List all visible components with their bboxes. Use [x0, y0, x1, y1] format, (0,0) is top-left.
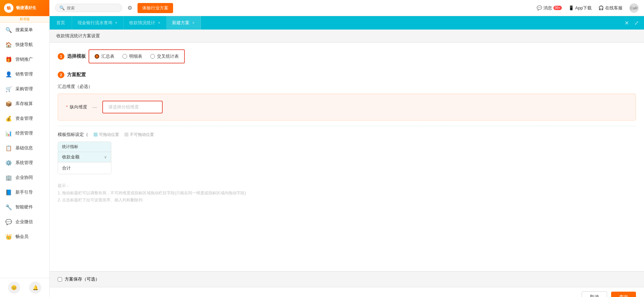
avatar-text: CaR — [630, 6, 638, 10]
search-box[interactable]: 🔍 — [55, 4, 122, 12]
sidebar-item-sales[interactable]: 👤 销售管理 — [0, 67, 49, 82]
tab-expand-button[interactable]: ⤢ — [633, 18, 640, 28]
sidebar-item-marketing[interactable]: 🎁 营销推广 — [0, 52, 49, 67]
search-menu-icon: 🔍 — [5, 27, 12, 33]
template-option-detail[interactable]: 明细表 — [122, 53, 142, 59]
legend-draggable: 可拖动位置 — [94, 132, 119, 138]
sidebar-item-system[interactable]: ⚙️ 系统管理 — [0, 155, 49, 170]
draggable-label: 可拖动位置 — [99, 132, 119, 138]
tab-new-plan-close[interactable]: × — [192, 20, 195, 26]
tab-bank-flow[interactable]: 现金银行流水查询 × — [72, 16, 124, 30]
save-option-checkbox[interactable] — [58, 277, 62, 282]
headset-icon: 🎧 — [598, 5, 604, 10]
section-divider — [58, 126, 636, 126]
dimension-section-title: 汇总维度（必选） — [58, 84, 636, 90]
stats-header-label: 统计指标 — [62, 144, 78, 149]
settings-icon[interactable]: ⚙ — [127, 5, 132, 11]
sidebar-item-base-info[interactable]: 📋 基础信息 — [0, 141, 49, 155]
page-body: 1 选择模板 汇总表 明细表 交叉统计表 — [50, 43, 644, 271]
crown-icon: 👑 — [5, 234, 12, 240]
sidebar-item-operations[interactable]: 📊 经营管理 — [0, 126, 49, 141]
sidebar-item-search-menu[interactable]: 🔍 搜索菜单 — [0, 22, 49, 37]
tab-close-all-button[interactable]: ✕ — [623, 18, 630, 28]
step2-section: 2 方案配置 汇总维度（必选） * 纵向维度 — 请选择分 — [58, 71, 636, 204]
gift-icon: 🎁 — [5, 56, 12, 63]
sidebar-item-quick-nav[interactable]: 🏠 快捷导航 — [0, 37, 49, 52]
tab-collection-stats-close[interactable]: × — [157, 20, 161, 26]
topbar-right: 💬 消息 99+ 📱 App下载 🎧 在线客服 CaR — [537, 3, 639, 13]
step1-badge: 1 — [58, 53, 64, 60]
sidebar: 畅 畅捷通好生 标准版 🔍 搜索菜单 🏠 快捷导航 🎁 营销推广 👤 销售管理 … — [0, 0, 50, 297]
dimension-row: * 纵向维度 — 请选择分组维度 — [66, 101, 628, 113]
content-area: 收款情况统计方案设置 1 选择模板 汇总表 明细表 — [50, 30, 644, 297]
tab-new-plan[interactable]: 新建方案 × — [167, 16, 201, 30]
stats-row-amount-arrow[interactable]: ∨ — [104, 155, 107, 159]
tip1-text: 1. 拖动标题栏可以调整布局，不可跨维度或指标区域拖动栏目字段(只能在同一维度或… — [58, 190, 636, 197]
online-service-button[interactable]: 🎧 在线客服 — [598, 5, 623, 11]
tab-bank-flow-close[interactable]: × — [114, 20, 118, 26]
sidebar-bottom-btn1[interactable]: 😊 — [8, 282, 20, 294]
sidebar-item-label: 快捷导航 — [15, 42, 33, 48]
query-button[interactable]: 查询 — [611, 292, 636, 297]
stats-area: 统计指标 收款金额 ∨ 合计 — [58, 142, 111, 174]
tab-home[interactable]: 首页 — [50, 16, 72, 30]
download-icon: 📱 — [569, 5, 574, 10]
search-input[interactable] — [67, 6, 110, 10]
user-avatar[interactable]: CaR — [629, 3, 639, 13]
sidebar-item-smart-hardware[interactable]: 🔧 智能硬件 — [0, 200, 49, 214]
sidebar-item-label: 企业微信 — [15, 219, 33, 225]
sidebar-item-inventory[interactable]: 📦 库存核算 — [0, 96, 49, 111]
cancel-button[interactable]: 取消 — [582, 291, 607, 297]
sidebar-item-enterprise-wechat[interactable]: 💬 企业微信 — [0, 214, 49, 229]
sidebar-item-beginner-guide[interactable]: 📘 新手引导 — [0, 185, 49, 200]
app-download-button[interactable]: 📱 App下载 — [569, 5, 592, 11]
vertical-label-text: 纵向维度 — [70, 104, 87, 109]
dimension-arrow: — — [93, 105, 97, 110]
sidebar-item-label: 系统管理 — [15, 160, 33, 166]
template-radio-summary[interactable] — [95, 54, 99, 59]
sidebar-item-label: 采购管理 — [15, 86, 33, 92]
tips-title: 提示： — [58, 183, 70, 188]
bottom-actions: 取消 查询 — [50, 287, 644, 297]
template-summary-label: 汇总表 — [101, 53, 114, 59]
template-option-summary[interactable]: 汇总表 — [95, 53, 114, 59]
sidebar-item-label: 销售管理 — [15, 71, 33, 77]
stats-cell-total-label: 合计 — [62, 165, 71, 170]
chart-icon: 📊 — [5, 130, 12, 137]
sidebar-item-label: 企业协同 — [15, 175, 33, 181]
sidebar-item-label: 营销推广 — [15, 56, 33, 62]
logo-main-text: 畅捷通好生 — [16, 5, 36, 11]
app-download-label: App下载 — [575, 5, 592, 11]
sidebar-item-finance[interactable]: 💰 资金管理 — [0, 111, 49, 126]
stats-row-amount[interactable]: 收款金额 ∨ — [58, 152, 111, 162]
message-button[interactable]: 💬 消息 99+ — [537, 5, 562, 11]
gear-icon: ⚙️ — [5, 160, 12, 166]
indicator-legend: 可拖动位置 不可拖动位置 — [94, 132, 154, 138]
edition-badge: 标准版 — [0, 16, 49, 22]
sidebar-item-enterprise-collab[interactable]: 🏢 企业协同 — [0, 170, 49, 185]
building-icon: 🏢 — [5, 175, 12, 181]
step1-title: 选择模板 — [67, 53, 86, 59]
sidebar-item-member[interactable]: 👑 畅会员 — [0, 229, 49, 244]
save-option-label: 方案保存（可选） — [65, 276, 100, 282]
sidebar-item-purchase[interactable]: 🛒 采购管理 — [0, 82, 49, 96]
dimension-select-box[interactable]: 请选择分组维度 — [102, 101, 163, 113]
legend-fixed: 不可拖动位置 — [124, 132, 154, 138]
page-header: 收款情况统计方案设置 — [50, 30, 644, 43]
book-icon: 📘 — [5, 189, 12, 196]
sidebar-bottom-btn2[interactable]: 🔔 — [29, 282, 41, 294]
template-radio-detail[interactable] — [122, 54, 127, 59]
sidebar-item-label: 畅会员 — [15, 234, 29, 240]
online-service-label: 在线客服 — [605, 5, 623, 11]
tab-new-plan-label: 新建方案 — [172, 20, 190, 26]
list-icon: 📋 — [5, 145, 12, 151]
tab-collection-stats[interactable]: 收款情况统计 × — [124, 16, 167, 30]
stats-header: 统计指标 — [58, 142, 111, 152]
industry-solution-button[interactable]: 体验行业方案 — [138, 3, 173, 13]
stats-row-amount-label: 收款金额 — [62, 154, 79, 160]
dimension-area: * 纵向维度 — 请选择分组维度 — [58, 94, 636, 120]
step1-section: 1 选择模板 汇总表 明细表 交叉统计表 — [58, 49, 636, 63]
template-radio-cross[interactable] — [150, 54, 155, 59]
template-option-cross[interactable]: 交叉统计表 — [150, 53, 179, 59]
message-badge: 99+ — [553, 6, 562, 10]
